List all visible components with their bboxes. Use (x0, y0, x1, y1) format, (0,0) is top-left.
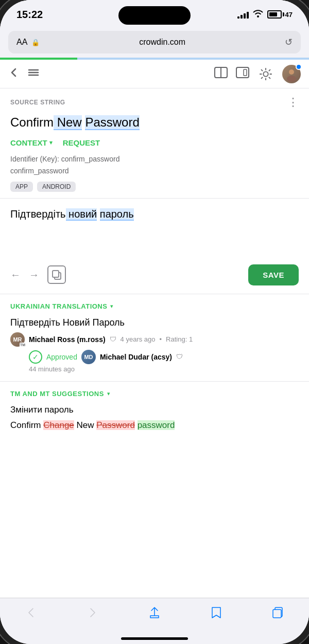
meta-separator: • (160, 335, 162, 343)
svg-rect-6 (244, 69, 247, 76)
suggestion-text-1: Змінити пароль (10, 405, 299, 415)
highlight-new: New (54, 115, 82, 130)
key-line: confirm_password (10, 165, 299, 176)
source-string-text: Confirm New Password (10, 114, 299, 130)
bottom-nav (0, 603, 309, 622)
home-indicator (121, 637, 188, 640)
context-tags: APP ANDROID (10, 182, 299, 192)
approver-badge-icon: 🛡 (176, 353, 183, 361)
signal-bar-1 (237, 16, 239, 19)
avatar-badge (296, 64, 302, 70)
url-text[interactable]: crowdin.com (44, 38, 281, 47)
phone-screen: 15:22 (0, 0, 309, 644)
approver-name: Michael Dudar (acsy) (100, 353, 172, 361)
bottom-share-button[interactable] (143, 603, 166, 622)
suggestions-chevron: ▾ (107, 390, 110, 397)
bottom-bookmarks-button[interactable] (205, 603, 228, 622)
battery-number: 47 (285, 11, 293, 19)
signal-bar-4 (247, 12, 249, 19)
trans-toolbar-left: ← → (10, 265, 66, 284)
more-button[interactable]: ⋮ (287, 97, 299, 108)
source-string-header: SOURCE STRING ⋮ (10, 97, 299, 108)
sug-deleted-2: Password (96, 420, 135, 430)
verified-icon: 🛡 (110, 335, 116, 343)
suggestion-item-2: Confirm Change New Password password (10, 420, 299, 431)
context-info: Identifier (Key): confirm_password confi… (10, 153, 299, 176)
approval-time: 44 minutes ago (29, 365, 299, 373)
split-right-icon[interactable] (236, 67, 249, 81)
ukrainian-translations-section: UKRAINIAN TRANSLATIONS ▾ Підтвердіть Нов… (0, 294, 309, 382)
ukrainian-translations-label: UKRAINIAN TRANSLATIONS (10, 302, 107, 310)
context-tab[interactable]: CONTEXT ▾ (10, 138, 53, 147)
browser-toolbar (0, 60, 309, 88)
tag-android[interactable]: ANDROID (37, 182, 76, 192)
approved-label: Approved (46, 353, 77, 361)
highlight-noviy: новий (66, 208, 97, 221)
sug-deleted-1: Change (43, 420, 74, 430)
svg-point-8 (289, 69, 294, 75)
suggestion-item-1: Змінити пароль (10, 405, 299, 415)
suggestions-header[interactable]: TM AND MT SUGGESTIONS ▾ (10, 390, 299, 398)
menu-icon[interactable] (28, 67, 39, 81)
next-translation-button[interactable]: → (29, 269, 39, 281)
translation-text-content: Підтвердіть новий пароль (10, 208, 134, 221)
approver-avatar: MD (81, 350, 96, 364)
highlight-parol: пароль (100, 208, 134, 221)
tag-app[interactable]: APP (10, 182, 33, 192)
gear-icon (259, 67, 272, 81)
dynamic-island (118, 6, 191, 25)
svg-rect-12 (273, 610, 281, 618)
prev-translation-button[interactable]: ← (10, 269, 21, 281)
identifier-line: Identifier (Key): confirm_password (10, 153, 299, 165)
translation-toolbar: ← → SAVE (10, 258, 299, 285)
svg-point-7 (263, 71, 268, 76)
battery-fill (269, 12, 277, 16)
sug-prefix: Confirm (10, 420, 41, 430)
translations-chevron: ▾ (110, 303, 113, 310)
approver-initials: MD (84, 354, 93, 360)
signal-bar-3 (244, 13, 246, 19)
main-content: SOURCE STRING ⋮ Confirm New Password CON… (0, 88, 309, 598)
aa-text[interactable]: AA (16, 38, 27, 47)
ukrainian-translations-header[interactable]: UKRAINIAN TRANSLATIONS ▾ (10, 302, 299, 310)
signal-bar-2 (241, 15, 243, 19)
phone-frame: 15:22 (0, 0, 309, 644)
sug-middle: New (77, 420, 97, 430)
copy-button[interactable] (47, 265, 66, 284)
battery-icon: 47 (267, 10, 293, 19)
suggestion-text-2: Confirm Change New Password password (10, 420, 299, 431)
signal-bars (237, 10, 249, 19)
translation-input-section[interactable]: Підтвердіть новий пароль ← → SAVE (0, 199, 309, 294)
request-tab[interactable]: REQUEST (63, 138, 100, 147)
reload-icon[interactable]: ↺ (285, 37, 293, 48)
suggestions-section: TM AND MT SUGGESTIONS ▾ Змінити пароль C… (0, 382, 309, 431)
author-name: Michael Ross (m.ross) (29, 335, 106, 344)
translation-item-1: Підтвердіть Новий Пароль MR TM Michael R… (10, 317, 299, 373)
request-tab-label: REQUEST (63, 138, 100, 147)
highlight-password: Password (85, 115, 139, 130)
checkmark-icon: ✓ (32, 353, 39, 361)
bottom-forward-button[interactable] (81, 603, 104, 622)
settings-icon-btn[interactable] (258, 66, 274, 82)
approval-row: ✓ Approved MD Michael Dudar (acsy) 🛡 (29, 350, 299, 364)
battery-tip (283, 12, 284, 16)
tm-badge: TM (20, 343, 26, 348)
context-tab-label: CONTEXT (10, 138, 47, 147)
save-button[interactable]: SAVE (248, 264, 299, 285)
bottom-tabs-button[interactable] (267, 603, 289, 622)
source-string-section: SOURCE STRING ⋮ Confirm New Password CON… (0, 88, 309, 199)
split-left-icon[interactable] (214, 67, 228, 81)
wifi-icon (253, 9, 263, 20)
status-icons: 47 (237, 9, 293, 20)
bottom-back-button[interactable] (20, 603, 42, 622)
status-time: 15:22 (16, 9, 43, 21)
user-avatar-button[interactable] (282, 65, 301, 83)
translation-text[interactable]: Підтвердіть новий пароль (10, 207, 299, 248)
address-bar-inner[interactable]: AA 🔒 crowdin.com ↺ (8, 31, 301, 53)
back-icon[interactable] (8, 67, 20, 81)
svg-rect-11 (53, 271, 59, 277)
lock-icon: 🔒 (31, 39, 40, 46)
translation-item-text: Підтвердіть Новий Пароль (10, 317, 299, 328)
svg-point-9 (287, 76, 296, 82)
author-avatar: MR TM (10, 332, 25, 347)
